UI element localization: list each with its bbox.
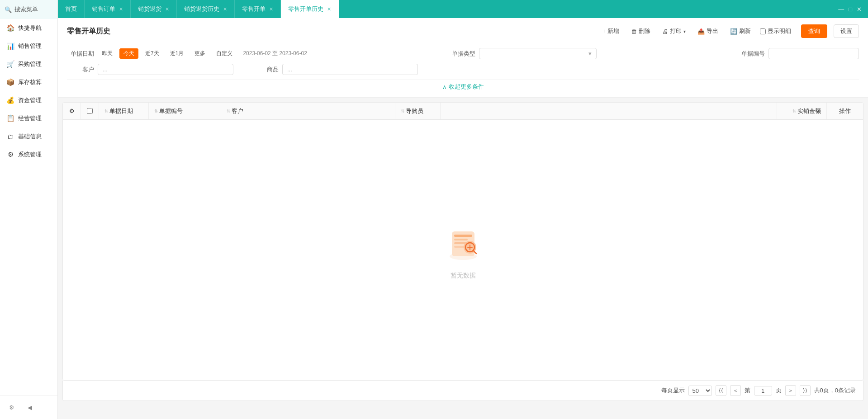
sidebar-icon-inventory: 📦 <box>6 78 14 86</box>
refresh-button[interactable]: 🔄 刷新 <box>727 25 754 37</box>
date-btn-last_month[interactable]: 近1月 <box>166 48 188 59</box>
delete-icon: 🗑 <box>631 28 637 35</box>
sidebar-label-inventory: 库存核算 <box>18 78 42 86</box>
sidebar-search-label: 搜索菜单 <box>14 5 38 14</box>
next-page-btn[interactable]: ＞ <box>785 385 796 396</box>
th-checkbox[interactable] <box>81 103 99 119</box>
print-button[interactable]: 🖨 打印 ▾ <box>659 25 688 37</box>
content: 零售开单历史 + 新增 🗑 删除 🖨 打印 ▾ 📤 <box>58 18 868 419</box>
sort-num-icon: ⇅ <box>154 108 158 113</box>
th-amount[interactable]: ⇅ 实销金额 <box>777 103 827 119</box>
customer-filter-label: 客户 <box>67 66 98 74</box>
sidebar-icon-basic-info: 🗂 <box>6 133 14 141</box>
sort-customer-icon: ⇅ <box>227 108 230 113</box>
tab-bar: 首页销售订单✕销货退货✕销货退货历史✕零售开单✕零售开单历史✕ — □ ✕ <box>58 0 868 18</box>
per-page-label: 每页显示 <box>661 386 685 395</box>
sidebar-item-sys-mgmt[interactable]: ⚙系统管理 <box>0 146 57 164</box>
tab-label-sales-return-history: 销货退货历史 <box>184 5 219 13</box>
search-icon: 🔍 <box>5 6 12 13</box>
th-settings[interactable]: ⚙ <box>63 103 81 119</box>
window-minimize[interactable]: — <box>838 6 844 13</box>
table-header: ⚙ ⇅ 单据日期 ⇅ 单据编号 ⇅ 客户 ⇅ <box>63 103 863 120</box>
page-input[interactable] <box>754 386 772 395</box>
window-close[interactable]: ✕ <box>857 6 862 13</box>
last-page-btn[interactable]: ⟩⟩ <box>800 385 811 396</box>
th-date[interactable]: ⇅ 单据日期 <box>99 103 149 119</box>
collapse-btn[interactable]: ◀ <box>23 400 37 414</box>
sidebar-item-sales-mgmt[interactable]: 📊销售管理 <box>0 37 57 55</box>
th-num[interactable]: ⇅ 单据编号 <box>149 103 221 119</box>
add-button[interactable]: + 新增 <box>600 25 622 37</box>
tab-sales-return-history[interactable]: 销货退货历史✕ <box>177 0 235 18</box>
tab-sales-order[interactable]: 销售订单✕ <box>85 0 131 18</box>
tab-home[interactable]: 首页 <box>58 0 85 18</box>
sidebar: 🔍 搜索菜单 🏠快捷导航📊销售管理🛒采购管理📦库存核算💰资金管理📋经营管理🗂基础… <box>0 0 58 419</box>
date-range-display: 2023-06-02 至 2023-06-02 <box>243 50 307 57</box>
sidebar-item-inventory[interactable]: 📦库存核算 <box>0 73 57 91</box>
settings-button[interactable]: 设置 <box>834 24 859 38</box>
type-filter-label: 单据类型 <box>448 50 479 58</box>
th-action: 操作 <box>827 103 863 119</box>
first-page-btn[interactable]: ⟨⟨ <box>716 385 726 396</box>
date-btn-yesterday[interactable]: 昨天 <box>98 48 117 59</box>
date-btn-more[interactable]: 更多 <box>190 48 209 59</box>
date-btn-last7[interactable]: 近7天 <box>141 48 163 59</box>
sort-guide-icon: ⇅ <box>401 108 404 113</box>
sidebar-item-operations[interactable]: 📋经营管理 <box>0 109 57 127</box>
tab-label-home: 首页 <box>65 5 77 13</box>
collapse-more-btn[interactable]: ∧ 收起更多条件 <box>67 80 859 93</box>
filter-area: 单据日期 昨天今天近7天近1月更多自定义 2023-06-02 至 2023-0… <box>67 42 859 97</box>
date-filter-btns: 昨天今天近7天近1月更多自定义 <box>98 48 237 59</box>
sidebar-item-finance[interactable]: 💰资金管理 <box>0 91 57 109</box>
product-filter-input[interactable]: ... <box>282 64 418 75</box>
tab-close-sales-return-history[interactable]: ✕ <box>223 6 227 12</box>
sidebar-bottom: ⚙ ◀ <box>0 395 57 419</box>
th-customer[interactable]: ⇅ 客户 <box>221 103 395 119</box>
th-guide[interactable]: ⇅ 导购员 <box>395 103 441 119</box>
tab-close-retail-history[interactable]: ✕ <box>327 6 331 12</box>
sidebar-item-quick-nav[interactable]: 🏠快捷导航 <box>0 19 57 37</box>
sidebar-nav: 🏠快捷导航📊销售管理🛒采购管理📦库存核算💰资金管理📋经营管理🗂基础信息⚙系统管理 <box>0 19 57 395</box>
query-button[interactable]: 查询 <box>801 24 827 38</box>
delete-button[interactable]: 🗑 删除 <box>628 25 653 37</box>
sidebar-label-sales-mgmt: 销售管理 <box>18 42 42 50</box>
num-filter-input[interactable] <box>768 48 859 59</box>
th-action-label: 操作 <box>839 107 851 115</box>
page-header: 零售开单历史 + 新增 🗑 删除 🖨 打印 ▾ 📤 <box>58 18 868 98</box>
add-label: + 新增 <box>602 27 619 35</box>
sidebar-search[interactable]: 🔍 搜索菜单 <box>0 0 57 19</box>
sidebar-icon-operations: 📋 <box>6 114 14 122</box>
type-filter-select[interactable]: ▾ <box>479 48 597 59</box>
settings-bottom-btn[interactable]: ⚙ <box>5 400 19 414</box>
export-button[interactable]: 📤 导出 <box>695 25 721 37</box>
display-detail-input[interactable] <box>760 28 766 34</box>
sidebar-label-operations: 经营管理 <box>18 114 42 122</box>
tab-retail-open[interactable]: 零售开单✕ <box>235 0 281 18</box>
tab-label-retail-history: 零售开单历史 <box>288 5 323 13</box>
tab-close-retail-open[interactable]: ✕ <box>269 6 273 12</box>
tab-sales-return[interactable]: 销货退货✕ <box>131 0 177 18</box>
prev-page-btn[interactable]: ＜ <box>730 385 741 396</box>
customer-filter-input[interactable]: ... <box>98 64 233 75</box>
th-guide-label: 导购员 <box>406 107 423 115</box>
sidebar-item-purchase-mgmt[interactable]: 🛒采购管理 <box>0 55 57 73</box>
svg-rect-3 <box>454 239 468 240</box>
main: 首页销售订单✕销货退货✕销货退货历史✕零售开单✕零售开单历史✕ — □ ✕ 零售… <box>58 0 868 419</box>
tab-label-sales-return: 销货退货 <box>138 5 161 13</box>
display-detail-checkbox[interactable]: 显示明细 <box>760 27 791 35</box>
tab-bar-right: — □ ✕ <box>832 6 868 13</box>
tab-close-sales-return[interactable]: ✕ <box>165 6 169 12</box>
sidebar-item-basic-info[interactable]: 🗂基础信息 <box>0 127 57 146</box>
print-label: 打印 <box>670 27 682 35</box>
tab-retail-history[interactable]: 零售开单历史✕ <box>281 0 339 18</box>
select-all-checkbox[interactable] <box>87 108 93 114</box>
customer-dots: ... <box>103 66 108 73</box>
date-btn-today[interactable]: 今天 <box>119 48 138 59</box>
date-filter-label: 单据日期 <box>67 50 98 58</box>
date-btn-custom[interactable]: 自定义 <box>212 48 237 59</box>
page-suffix: 页 <box>776 386 782 395</box>
per-page-select[interactable]: 50 100 200 <box>688 386 712 396</box>
tab-close-sales-order[interactable]: ✕ <box>119 6 123 12</box>
window-maximize[interactable]: □ <box>849 6 852 13</box>
sidebar-label-quick-nav: 快捷导航 <box>18 24 42 32</box>
